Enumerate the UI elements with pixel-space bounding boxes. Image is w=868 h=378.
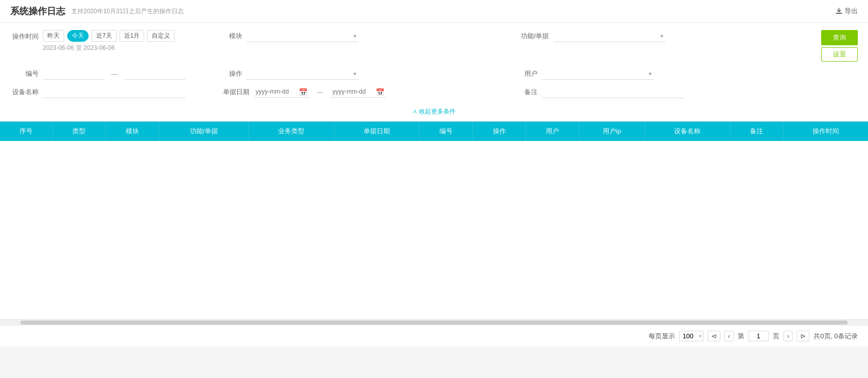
module-select[interactable] [246, 30, 358, 42]
page-size-wrapper: 100 50 200 ▾ [679, 331, 704, 341]
filter-row-3: 设备名称 单据日期 📅 — 📅 备注 [10, 86, 858, 98]
time-buttons: 昨天 今天 近7天 近1月 自定义 [43, 30, 175, 42]
operation-select-wrapper: ▾ [246, 68, 358, 80]
user-select[interactable] [542, 68, 654, 80]
time-filter: 操作时间 昨天 今天 近7天 近1月 自定义 2023-06-06 至 2023… [10, 30, 214, 52]
col-user-ip: 用户ip [579, 122, 645, 141]
remark-filter: 备注 [509, 86, 804, 98]
filter-row-1: 操作时间 昨天 今天 近7天 近1月 自定义 2023-06-06 至 2023… [10, 30, 858, 62]
col-op-time: 操作时间 [783, 122, 868, 141]
col-voucher-date: 单据日期 [334, 122, 419, 141]
time-label: 操作时间 [10, 32, 39, 41]
func-select[interactable] [553, 30, 665, 42]
empty-area [0, 141, 868, 319]
voucher-date-filter: 单据日期 📅 — 📅 [214, 86, 509, 98]
prev-page-button[interactable]: ‹ [724, 331, 734, 341]
user-label: 用户 [509, 69, 538, 78]
code-dash: — [108, 70, 121, 78]
col-type: 类型 [52, 122, 105, 141]
header-left: 系统操作日志 支持2020年10月31日之后产生的操作日志 [10, 5, 184, 17]
scrollbar-area[interactable] [0, 319, 868, 325]
code-input-to[interactable] [125, 68, 186, 80]
func-filter: 功能/单据 ▾ [514, 30, 814, 42]
action-buttons: 查询 设置 [821, 30, 858, 62]
col-func: 功能/单据 [159, 122, 248, 141]
func-select-wrapper: ▾ [553, 30, 665, 42]
time-btn-yesterday[interactable]: 昨天 [43, 30, 64, 42]
data-table: 序号 类型 模块 功能/单据 业务类型 单据日期 编号 操作 用户 用户ip 设… [0, 122, 868, 141]
col-module: 模块 [106, 122, 159, 141]
page-subtitle: 支持2020年10月31日之后产生的操作日志 [71, 7, 184, 16]
page-size-label: 每页显示 [649, 332, 675, 341]
module-filter: 模块 ▾ [214, 30, 514, 42]
user-filter: 用户 ▾ [509, 68, 804, 80]
filter-area: 操作时间 昨天 今天 近7天 近1月 自定义 2023-06-06 至 2023… [0, 23, 868, 122]
page-input[interactable] [748, 331, 769, 341]
operation-select[interactable] [246, 68, 358, 80]
scrollbar-thumb[interactable] [20, 321, 848, 325]
col-seq: 序号 [0, 122, 52, 141]
code-input-from[interactable] [43, 68, 104, 80]
device-filter: 设备名称 [10, 86, 214, 98]
col-operation: 操作 [472, 122, 525, 141]
date-from-wrapper: 📅 [254, 86, 310, 98]
date-to-wrapper: 📅 [330, 86, 386, 98]
device-label: 设备名称 [10, 88, 39, 97]
settings-button[interactable]: 设置 [821, 47, 858, 62]
page-header: 系统操作日志 支持2020年10月31日之后产生的操作日志 导出 [0, 0, 868, 23]
collapse-bar[interactable]: ∧ 收起更多条件 [10, 104, 858, 117]
page-size-select[interactable]: 100 50 200 [679, 331, 704, 341]
time-range-text: 2023-06-06 至 2023-06-06 [43, 44, 175, 52]
date-dash: — [314, 88, 326, 96]
code-filter: 编号 — [10, 68, 214, 80]
time-btn-custom[interactable]: 自定义 [147, 30, 175, 42]
pagination-bar: 每页显示 100 50 200 ▾ ⊲ ‹ 第 页 › ⊳ 共0页, 0条记录 [0, 325, 868, 346]
module-select-wrapper: ▾ [246, 30, 358, 42]
export-icon [835, 8, 843, 15]
col-user: 用户 [526, 122, 579, 141]
filter-row-2: 编号 — 操作 ▾ 用户 ▾ [10, 68, 858, 80]
first-page-button[interactable]: ⊲ [708, 331, 720, 341]
page-unit: 页 [773, 332, 779, 341]
table-container: 序号 类型 模块 功能/单据 业务类型 单据日期 编号 操作 用户 用户ip 设… [0, 122, 868, 319]
voucher-date-label: 单据日期 [214, 88, 249, 97]
date-to-input[interactable] [330, 86, 386, 98]
page-title: 系统操作日志 [10, 5, 65, 17]
svg-rect-0 [836, 13, 842, 14]
date-from-input[interactable] [254, 86, 310, 98]
next-page-button[interactable]: › [783, 331, 793, 341]
col-device: 设备名称 [645, 122, 730, 141]
collapse-icon: ∧ [412, 108, 417, 115]
page-label: 第 [738, 332, 744, 341]
remark-label: 备注 [509, 88, 538, 97]
device-input[interactable] [43, 86, 185, 98]
time-btn-today[interactable]: 今天 [67, 30, 89, 42]
col-remark: 备注 [730, 122, 783, 141]
user-select-wrapper: ▾ [542, 68, 654, 80]
col-biz-type: 业务类型 [249, 122, 334, 141]
func-label: 功能/单据 [514, 32, 549, 41]
collapse-label: 收起更多条件 [419, 108, 456, 115]
col-code: 编号 [419, 122, 472, 141]
last-page-button[interactable]: ⊳ [797, 331, 809, 341]
time-filters-group: 昨天 今天 近7天 近1月 自定义 2023-06-06 至 2023-06-0… [43, 30, 175, 52]
time-btn-1month[interactable]: 近1月 [120, 30, 145, 42]
export-button[interactable]: 导出 [835, 7, 858, 16]
time-btn-7days[interactable]: 近7天 [92, 30, 117, 42]
remark-input[interactable] [542, 86, 684, 98]
table-header-row: 序号 类型 模块 功能/单据 业务类型 单据日期 编号 操作 用户 用户ip 设… [0, 122, 868, 141]
operation-label: 操作 [214, 69, 242, 78]
table-head: 序号 类型 模块 功能/单据 业务类型 单据日期 编号 操作 用户 用户ip 设… [0, 122, 868, 141]
query-button[interactable]: 查询 [821, 30, 858, 45]
total-info: 共0页, 0条记录 [814, 332, 858, 341]
module-label: 模块 [214, 32, 242, 41]
operation-filter: 操作 ▾ [214, 68, 509, 80]
code-label: 编号 [10, 69, 39, 78]
